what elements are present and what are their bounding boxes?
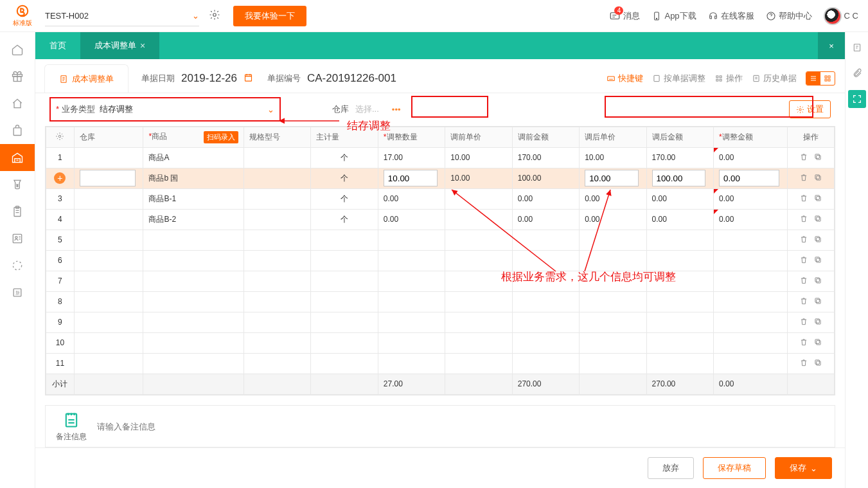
delete-icon[interactable] — [799, 194, 808, 204]
tab-home[interactable]: 首页 — [35, 32, 80, 59]
delete-icon[interactable] — [799, 338, 808, 348]
remarks-input[interactable] — [97, 416, 835, 437]
note-icon[interactable] — [848, 39, 866, 57]
copy-icon[interactable] — [813, 152, 822, 163]
table-row[interactable]: +商品b 国个10.00100.00 — [46, 168, 835, 188]
copy-icon[interactable] — [813, 296, 822, 307]
table-row[interactable]: 3商品B-1个0.000.000.000.000.00 — [46, 188, 835, 209]
svg-rect-20 — [716, 76, 718, 78]
delete-icon[interactable] — [799, 358, 808, 369]
svg-rect-11 — [13, 234, 21, 242]
operate-button[interactable]: 操作 — [714, 73, 743, 84]
biz-type-select[interactable]: * 业务类型 结存调整 ⌄ — [49, 97, 281, 122]
nav-warehouse-icon[interactable] — [0, 144, 35, 171]
svg-rect-21 — [720, 76, 722, 78]
nav-bag-icon[interactable] — [0, 117, 35, 144]
nav-contact-icon[interactable] — [0, 225, 35, 252]
save-draft-button[interactable]: 保存草稿 — [703, 457, 766, 479]
try-button[interactable]: 我要体验一下 — [233, 6, 306, 26]
tab-cost-adjustment[interactable]: 成本调整单 × — [80, 32, 159, 59]
copy-icon[interactable] — [813, 317, 822, 328]
svg-rect-34 — [817, 156, 820, 159]
close-icon[interactable]: × — [140, 41, 145, 51]
svg-rect-28 — [828, 79, 830, 81]
adj-amount-input[interactable] — [719, 170, 779, 186]
svg-rect-17 — [245, 75, 251, 81]
col-qty: *调整数量 — [378, 127, 445, 147]
settings-button[interactable]: 设置 — [789, 100, 831, 118]
delete-icon[interactable] — [799, 214, 808, 225]
nav-loading-icon[interactable] — [0, 252, 35, 279]
user-menu[interactable]: C C — [824, 7, 858, 25]
history-button[interactable]: 历史单据 — [752, 73, 797, 84]
add-row-icon[interactable]: + — [54, 172, 66, 184]
qty-input[interactable] — [384, 170, 438, 186]
svg-rect-50 — [817, 320, 820, 324]
tabs-bar: 首页 成本调整单 × × — [35, 32, 845, 59]
warehouse-input[interactable] — [80, 170, 136, 186]
copy-icon[interactable] — [813, 214, 822, 225]
delete-icon[interactable] — [799, 152, 808, 163]
nav-clipboard-icon[interactable] — [0, 198, 35, 225]
org-select[interactable]: TEST-H002 ⌄ — [45, 6, 199, 26]
delete-icon[interactable] — [799, 317, 808, 328]
nav-money-icon[interactable] — [0, 171, 35, 198]
copy-icon[interactable] — [813, 173, 822, 184]
warehouse-select[interactable]: 仓库 选择... ••• — [332, 104, 401, 115]
table-row[interactable]: 7 — [46, 271, 835, 291]
attachment-icon[interactable] — [848, 64, 866, 82]
table-row[interactable]: 6 — [46, 250, 835, 271]
nav-up-icon[interactable] — [0, 90, 35, 117]
nav-new-icon[interactable]: 新 — [0, 279, 35, 306]
more-icon[interactable]: ••• — [392, 105, 401, 114]
footer-actions: 放弃 保存草稿 保存⌄ — [35, 447, 845, 488]
svg-rect-44 — [817, 258, 820, 262]
nav-gift-icon[interactable] — [0, 63, 35, 90]
view-grid-icon[interactable] — [820, 72, 835, 85]
nav-home-icon[interactable] — [0, 36, 35, 63]
copy-icon[interactable] — [813, 235, 822, 246]
table-row[interactable]: 8 — [46, 291, 835, 312]
copy-icon[interactable] — [813, 338, 822, 348]
svg-rect-25 — [825, 76, 827, 78]
gear-icon[interactable] — [209, 9, 220, 23]
post-amount-input[interactable] — [652, 170, 706, 186]
hotkey-button[interactable]: 快捷键 — [607, 73, 643, 84]
close-all-tabs[interactable]: × — [818, 32, 845, 59]
expand-icon[interactable] — [848, 90, 866, 108]
save-button[interactable]: 保存⌄ — [775, 457, 832, 479]
copy-icon[interactable] — [813, 194, 822, 204]
svg-rect-35 — [815, 154, 819, 158]
table-row[interactable]: 10 — [46, 332, 835, 353]
delete-icon[interactable] — [799, 255, 808, 266]
gear-column-header[interactable] — [46, 127, 75, 147]
remarks-icon: 备注信息 — [46, 411, 97, 442]
table-row[interactable]: 1商品A个17.0010.00170.0010.00170.000.00 — [46, 147, 835, 168]
table-row[interactable]: 11 — [46, 353, 835, 374]
view-toggle[interactable] — [806, 71, 835, 86]
view-list-icon[interactable] — [806, 72, 820, 85]
abandon-button[interactable]: 放弃 — [648, 457, 694, 479]
svg-rect-22 — [716, 79, 718, 81]
app-download-button[interactable]: App下载 — [651, 10, 696, 22]
svg-point-12 — [15, 237, 17, 239]
calendar-icon[interactable] — [244, 73, 253, 84]
delete-icon[interactable] — [799, 235, 808, 246]
copy-icon[interactable] — [813, 255, 822, 266]
copy-icon[interactable] — [813, 358, 822, 369]
messages-button[interactable]: 4 消息 — [609, 10, 640, 22]
post-price-input[interactable] — [585, 170, 639, 186]
help-button[interactable]: 帮助中心 — [766, 10, 812, 22]
customer-service-button[interactable]: 在线客服 — [708, 10, 754, 22]
delete-icon[interactable] — [799, 173, 808, 184]
copy-icon[interactable] — [813, 276, 822, 287]
form-row: * 业务类型 结存调整 ⌄ 仓库 选择... ••• 设置 — [35, 93, 845, 126]
table-row[interactable]: 4商品B-2个0.000.000.000.000.00 — [46, 209, 835, 230]
table-row[interactable]: 5 — [46, 230, 835, 250]
col-unit: 主计量 — [311, 127, 378, 147]
scan-input-button[interactable]: 扫码录入 — [204, 131, 238, 143]
by-order-button[interactable]: 按单据调整 — [652, 73, 705, 84]
table-row[interactable]: 9 — [46, 312, 835, 332]
delete-icon[interactable] — [799, 276, 808, 287]
delete-icon[interactable] — [799, 296, 808, 307]
